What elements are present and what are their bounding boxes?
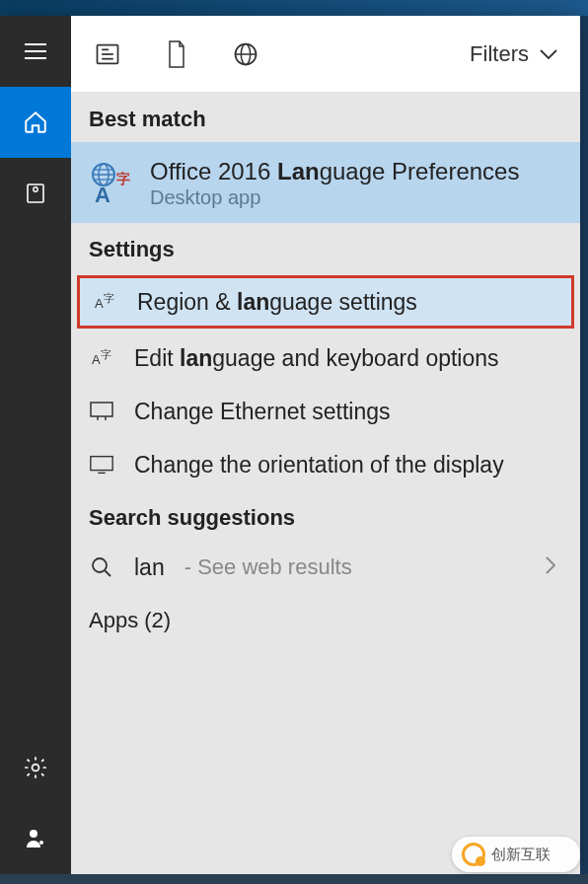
watermark-text: 创新互联 <box>491 846 551 864</box>
apps-header[interactable]: Apps (2) <box>71 594 580 643</box>
settings-ethernet[interactable]: Change Ethernet settings <box>71 385 580 438</box>
sidebar-account[interactable] <box>0 803 71 874</box>
svg-text:A: A <box>92 352 101 367</box>
result-text: Region & language settings <box>137 289 417 316</box>
svg-text:A: A <box>95 296 104 311</box>
best-match-subtitle: Desktop app <box>150 186 519 209</box>
svg-point-28 <box>93 558 107 572</box>
best-match-result[interactable]: 字A Office 2016 Language Preferences Desk… <box>71 142 580 223</box>
search-icon <box>89 554 114 580</box>
settings-edit-language-keyboard[interactable]: A字 Edit language and keyboard options <box>71 332 580 385</box>
svg-text:字: 字 <box>116 171 130 186</box>
svg-point-2 <box>33 765 39 772</box>
gear-icon <box>23 755 48 780</box>
sidebar-settings[interactable] <box>0 732 71 803</box>
sidebar <box>0 16 71 874</box>
document-icon <box>165 39 188 69</box>
display-icon <box>89 452 114 478</box>
svg-rect-26 <box>91 457 112 471</box>
person-icon <box>24 827 47 850</box>
home-icon <box>23 110 48 135</box>
filter-bar: Filters <box>71 16 580 93</box>
result-text: Change the orientation of the display <box>134 452 504 479</box>
svg-rect-23 <box>91 403 112 416</box>
language-icon: A字 <box>89 345 114 371</box>
settings-header: Settings <box>71 223 580 272</box>
best-match-header: Best match <box>71 93 580 142</box>
desktop-bg-strip <box>0 0 588 16</box>
globe-icon <box>232 40 259 68</box>
news-icon <box>94 40 121 68</box>
settings-display-orientation[interactable]: Change the orientation of the display <box>71 438 580 491</box>
office-language-icon: 字A <box>89 161 132 204</box>
filters-dropdown[interactable]: Filters <box>470 41 558 67</box>
svg-point-4 <box>39 841 43 845</box>
hamburger-button[interactable] <box>0 16 71 87</box>
apps-icon <box>24 182 47 205</box>
settings-region-language[interactable]: A字 Region & language settings <box>77 275 574 329</box>
svg-text:字: 字 <box>104 292 114 304</box>
taskbar-strip <box>0 874 588 884</box>
result-text: Edit language and keyboard options <box>134 345 499 372</box>
result-text: Change Ethernet settings <box>134 399 391 425</box>
svg-text:A: A <box>95 183 110 204</box>
chevron-down-icon <box>539 48 558 60</box>
ethernet-icon <box>89 399 114 424</box>
filter-news[interactable] <box>93 39 122 69</box>
svg-text:字: 字 <box>101 348 111 360</box>
watermark: 创新互联 <box>452 837 580 872</box>
suggestion-desc: - See web results <box>184 554 352 580</box>
watermark-logo-icon <box>462 843 485 866</box>
search-suggestions-header: Search suggestions <box>71 491 580 541</box>
svg-point-3 <box>30 830 37 838</box>
filters-label: Filters <box>470 41 529 67</box>
filter-web[interactable] <box>231 39 260 69</box>
search-web-suggestion[interactable]: lan - See web results <box>71 541 580 594</box>
suggestion-term: lan <box>134 554 165 581</box>
svg-line-29 <box>105 570 110 576</box>
start-search-panel: Filters Best match 字A Office 2016 Langua… <box>0 16 580 874</box>
chevron-right-icon <box>545 555 556 579</box>
language-icon: A字 <box>92 289 117 315</box>
search-results: Filters Best match 字A Office 2016 Langua… <box>71 16 580 874</box>
hamburger-icon <box>25 43 46 59</box>
filter-document[interactable] <box>162 39 191 69</box>
sidebar-home[interactable] <box>0 87 71 158</box>
best-match-title: Office 2016 Language Preferences <box>150 156 519 186</box>
sidebar-apps[interactable] <box>0 158 71 229</box>
svg-point-1 <box>34 187 37 191</box>
